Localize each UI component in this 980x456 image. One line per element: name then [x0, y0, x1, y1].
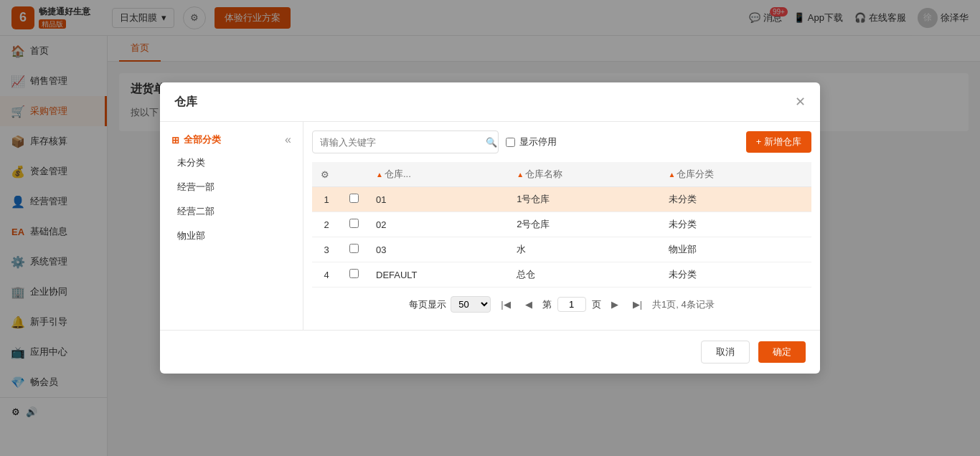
row-index: 2 — [312, 212, 341, 237]
table-panel: 🔍 显示停用 + 新增仓库 ⚙ — [303, 122, 820, 330]
page-suffix: 页 — [592, 298, 601, 311]
th-category: ▲仓库分类 — [660, 162, 811, 187]
row-name: 1号仓库 — [508, 187, 659, 212]
category-item-dept1[interactable]: 经营一部 — [160, 175, 303, 199]
row-code: 03 — [367, 237, 508, 262]
table-row[interactable]: 1 01 1号仓库 未分类 — [312, 187, 811, 212]
row-check[interactable] — [341, 187, 367, 212]
dialog-overlay: 仓库 ✕ ⊞ 全部分类 « 未分类 经营一部 经营二部 物业部 — [0, 0, 980, 456]
table-row[interactable]: 2 02 2号仓库 未分类 — [312, 212, 811, 237]
warehouse-table: ⚙ ▲仓库... ▲仓库名称 ▲仓库分类 — [312, 162, 811, 288]
row-category: 未分类 — [660, 262, 811, 288]
show-disabled-checkbox[interactable] — [506, 138, 515, 147]
row-check[interactable] — [341, 262, 367, 288]
per-page-container: 每页显示 50 100 200 — [409, 296, 491, 313]
confirm-button[interactable]: 确定 — [758, 341, 806, 363]
table-container: ⚙ ▲仓库... ▲仓库名称 ▲仓库分类 — [312, 162, 811, 288]
sort-icon: ▲ — [517, 171, 524, 179]
search-input[interactable] — [312, 130, 499, 153]
last-page-button[interactable]: ▶| — [628, 298, 646, 311]
th-check — [341, 162, 367, 187]
table-row[interactable]: 4 DEFAULT 总仓 未分类 — [312, 262, 811, 288]
row-index: 4 — [312, 262, 341, 288]
category-header: ⊞ 全部分类 « — [160, 129, 303, 151]
row-check[interactable] — [341, 237, 367, 262]
prev-page-button[interactable]: ◀ — [521, 298, 537, 311]
cancel-button[interactable]: 取消 — [701, 341, 750, 364]
pagination: 每页显示 50 100 200 |◀ ◀ 第 页 ▶ ▶| 共1页, 4条记录 — [312, 288, 811, 321]
row-index: 1 — [312, 187, 341, 212]
dialog-body: ⊞ 全部分类 « 未分类 经营一部 经营二部 物业部 🔍 — [160, 122, 820, 330]
page-info: 共1页, 4条记录 — [652, 298, 715, 311]
row-name: 水 — [508, 237, 659, 262]
row-category: 未分类 — [660, 187, 811, 212]
row-code: 01 — [367, 187, 508, 212]
category-all[interactable]: ⊞ 全部分类 — [171, 133, 221, 146]
next-page-button[interactable]: ▶ — [607, 298, 623, 311]
sort-icon: ▲ — [376, 171, 383, 179]
page-input[interactable] — [557, 297, 586, 312]
row-category: 未分类 — [660, 212, 811, 237]
category-item-dept2[interactable]: 经营二部 — [160, 199, 303, 224]
search-icon[interactable]: 🔍 — [486, 137, 497, 148]
table-toolbar: 🔍 显示停用 + 新增仓库 — [312, 130, 811, 153]
grid-icon: ⊞ — [171, 135, 179, 146]
page-label: 第 — [542, 298, 552, 311]
category-collapse-button[interactable]: « — [285, 133, 291, 146]
row-index: 3 — [312, 237, 341, 262]
add-warehouse-button[interactable]: + 新增仓库 — [746, 131, 811, 153]
table-header-row: ⚙ ▲仓库... ▲仓库名称 ▲仓库分类 — [312, 162, 811, 187]
per-page-select[interactable]: 50 100 200 — [451, 296, 491, 313]
dialog-close-button[interactable]: ✕ — [795, 94, 806, 110]
warehouse-dialog: 仓库 ✕ ⊞ 全部分类 « 未分类 经营一部 经营二部 物业部 — [160, 82, 820, 374]
row-name: 总仓 — [508, 262, 659, 288]
category-panel: ⊞ 全部分类 « 未分类 经营一部 经营二部 物业部 — [160, 122, 303, 330]
category-item-property[interactable]: 物业部 — [160, 224, 303, 248]
first-page-button[interactable]: |◀ — [496, 298, 514, 311]
th-gear: ⚙ — [312, 162, 341, 187]
row-check[interactable] — [341, 212, 367, 237]
table-head: ⚙ ▲仓库... ▲仓库名称 ▲仓库分类 — [312, 162, 811, 187]
dialog-title: 仓库 — [174, 95, 197, 110]
table-row[interactable]: 3 03 水 物业部 — [312, 237, 811, 262]
row-code: DEFAULT — [367, 262, 508, 288]
show-disabled-label[interactable]: 显示停用 — [506, 136, 557, 148]
row-code: 02 — [367, 212, 508, 237]
th-code: ▲仓库... — [367, 162, 508, 187]
table-body: 1 01 1号仓库 未分类 2 02 2号仓库 — [312, 187, 811, 288]
sort-icon: ▲ — [669, 171, 676, 179]
dialog-footer: 取消 确定 — [160, 330, 820, 374]
category-item-uncategorized[interactable]: 未分类 — [160, 151, 303, 175]
row-category: 物业部 — [660, 237, 811, 262]
th-name: ▲仓库名称 — [508, 162, 659, 187]
row-name: 2号仓库 — [508, 212, 659, 237]
dialog-header: 仓库 ✕ — [160, 82, 820, 122]
